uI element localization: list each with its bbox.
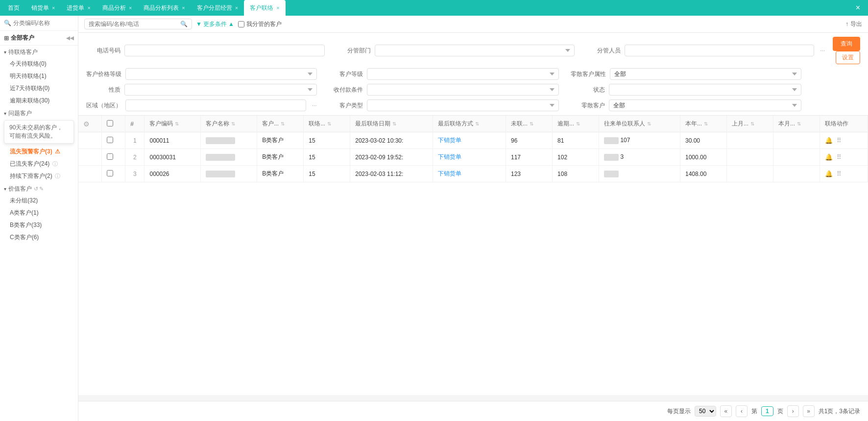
sidebar-item-b-class[interactable]: B类客户(33): [0, 219, 78, 231]
price-level-select[interactable]: [125, 68, 317, 80]
tab-close-sales[interactable]: ×: [52, 5, 55, 11]
last-method-link[interactable]: 下销货单: [438, 137, 461, 144]
tab-close-customer-layer[interactable]: ×: [235, 5, 238, 11]
nature-select[interactable]: [124, 84, 317, 96]
tab-close-purchase[interactable]: ×: [87, 5, 90, 11]
per-page-select[interactable]: 50: [695, 406, 716, 417]
th-overdue[interactable]: 逾期... ⇅: [553, 116, 599, 132]
sidebar-item-c-class[interactable]: C类客户(6): [0, 231, 78, 244]
toolbar-search-input[interactable]: [89, 21, 178, 27]
next-page-btn[interactable]: ›: [787, 405, 799, 417]
row-last-method[interactable]: 下销货单: [433, 132, 506, 149]
tab-purchase[interactable]: 进货单 ×: [61, 0, 96, 16]
filter-icon: ▼: [196, 21, 202, 27]
tab-analysis-list[interactable]: 商品分析列表 ×: [138, 0, 191, 16]
person-more-icon[interactable]: ···: [820, 47, 825, 54]
my-customer-checkbox[interactable]: [238, 21, 244, 27]
th-contact[interactable]: 联络... ⇅: [304, 116, 350, 132]
my-customer-checkbox-wrapper[interactable]: 我分管的客户: [238, 20, 282, 28]
th-settings[interactable]: ⚙: [78, 116, 102, 132]
tab-analysis[interactable]: 商品分析 ×: [96, 0, 138, 16]
person-input[interactable]: [625, 45, 814, 56]
warning-icon: ⚠: [55, 148, 60, 155]
last-method-link[interactable]: 下销货单: [438, 153, 461, 160]
th-code[interactable]: 客户编码 ⇅: [145, 116, 201, 132]
filter-phone: 电话号码: [86, 45, 325, 56]
edit-icon[interactable]: ✎: [39, 186, 44, 192]
row-last-method[interactable]: 下销货单: [433, 149, 506, 166]
tab-customer-layer[interactable]: 客户分层经营 ×: [191, 0, 244, 16]
more-action-icon[interactable]: ⠿: [837, 170, 842, 177]
more-action-icon[interactable]: ⠿: [837, 137, 842, 144]
contact-action-icon[interactable]: 🔔: [825, 170, 833, 177]
sidebar-all-customers[interactable]: ⊞ 全部客户 ◀◀: [0, 31, 78, 46]
last-method-link[interactable]: 下销货单: [438, 170, 461, 177]
contact-action-icon[interactable]: 🔔: [825, 137, 833, 144]
query-button[interactable]: 查询: [833, 37, 860, 51]
tab-customer-contact[interactable]: 客户联络 ×: [244, 0, 285, 16]
horizontal-scrollbar[interactable]: [78, 395, 868, 401]
prev-page-btn[interactable]: ‹: [736, 405, 747, 417]
sidebar-item-at-risk[interactable]: 流失预警客户(3) ⚠: [0, 146, 78, 158]
sidebar-group-pending[interactable]: ▾ 待联络客户: [0, 46, 78, 58]
attr-select[interactable]: 全部: [610, 68, 801, 80]
gear-icon[interactable]: ⚙: [83, 120, 90, 128]
sidebar-item-lost[interactable]: 已流失客户(24) ⓘ: [0, 158, 78, 170]
sidebar-item-declining[interactable]: 持续下滑客户(2) ⓘ: [0, 170, 78, 182]
refresh-icon[interactable]: ↺: [34, 186, 38, 192]
th-level[interactable]: 客户... ⇅: [257, 116, 304, 132]
filter-more-btn[interactable]: ▼ 更多条件 ▲: [196, 20, 234, 28]
tab-close-analysis[interactable]: ×: [129, 5, 132, 11]
tab-sales[interactable]: 销货单 ×: [25, 0, 61, 16]
last-page-btn[interactable]: »: [803, 405, 815, 417]
row-actions: 🔔 ⠿: [820, 132, 868, 149]
th-last-date[interactable]: 最后联络日期 ⇅: [350, 116, 433, 132]
export-button[interactable]: ↑ 导出: [845, 20, 862, 28]
th-unit-contact[interactable]: 往来单位联系人 ⇅: [599, 116, 680, 132]
retail-select[interactable]: 全部: [609, 99, 801, 111]
row-checkbox[interactable]: [107, 153, 113, 160]
first-page-btn[interactable]: «: [720, 405, 732, 417]
sidebar-search-input[interactable]: [13, 20, 78, 26]
tab-close-customer-contact[interactable]: ×: [276, 5, 279, 11]
settings-button[interactable]: 设置: [836, 51, 860, 64]
row-checkbox-cell[interactable]: [102, 166, 125, 182]
area-more-icon[interactable]: ···: [312, 102, 317, 109]
th-this-month[interactable]: 本月... ⇅: [773, 116, 820, 132]
sidebar-group-value[interactable]: ▾ 价值客户 ↺ ✎: [0, 182, 78, 195]
sidebar-item-tomorrow[interactable]: 明天待联络(1): [0, 70, 78, 82]
row-last-method[interactable]: 下销货单: [433, 166, 506, 182]
phone-input[interactable]: [124, 45, 325, 56]
sidebar-item-week[interactable]: 近7天待联络(0): [0, 82, 78, 95]
payment-select[interactable]: [367, 84, 559, 96]
th-this-year[interactable]: 本年... ⇅: [680, 116, 726, 132]
sidebar-item-a-class[interactable]: A类客户(1): [0, 207, 78, 219]
row-checkbox[interactable]: [107, 137, 113, 143]
tab-home[interactable]: 首页: [2, 0, 25, 16]
level-select[interactable]: [367, 68, 559, 80]
status-select[interactable]: [609, 84, 801, 96]
sidebar-item-overdue[interactable]: 逾期未联络(30): [0, 95, 78, 107]
area-input[interactable]: [125, 99, 306, 111]
th-last-method[interactable]: 最后联络方式 ⇅: [433, 116, 506, 132]
tab-close-analysis-list[interactable]: ×: [182, 5, 185, 11]
sidebar-item-ungroup[interactable]: 未分组(32): [0, 195, 78, 207]
row-checkbox-cell[interactable]: [102, 149, 125, 166]
more-action-icon[interactable]: ⠿: [837, 153, 842, 161]
th-name[interactable]: 客户名称 ⇅: [201, 116, 257, 132]
window-close-button[interactable]: ×: [850, 3, 866, 12]
row-checkbox[interactable]: [107, 170, 113, 176]
page-label2: 页: [777, 407, 783, 416]
dept-select[interactable]: [375, 45, 575, 56]
th-last-month[interactable]: 上月... ⇅: [727, 116, 773, 132]
select-all-checkbox[interactable]: [107, 120, 113, 126]
sidebar-group-problem[interactable]: ▾ 问题客户: [0, 107, 78, 119]
row-checkbox-cell[interactable]: [102, 132, 125, 149]
sidebar-search-icon[interactable]: 🔍: [4, 20, 11, 26]
sidebar-item-today[interactable]: 今天待联络(0): [0, 58, 78, 70]
toolbar-search-icon[interactable]: 🔍: [180, 21, 188, 27]
th-checkbox[interactable]: [102, 116, 125, 132]
contact-action-icon[interactable]: 🔔: [825, 153, 833, 161]
type-select[interactable]: [367, 99, 559, 111]
th-no-contact[interactable]: 未联... ⇅: [506, 116, 553, 132]
